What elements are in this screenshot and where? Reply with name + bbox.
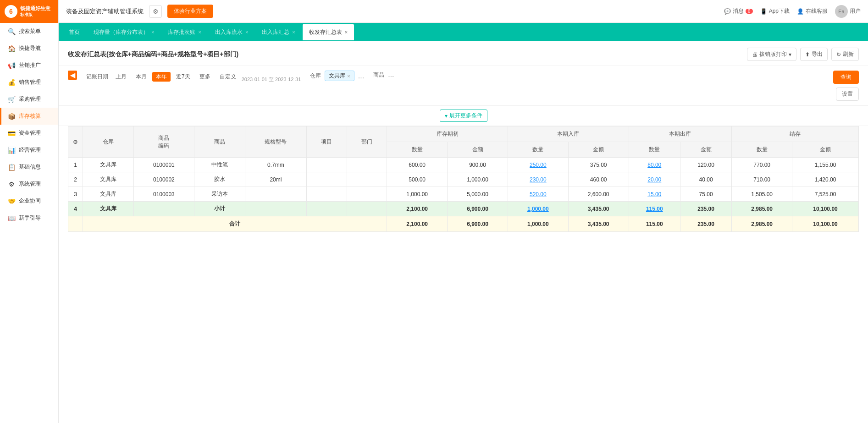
tab-home[interactable]: 首页 (62, 24, 86, 40)
cell-seq: 4 (68, 202, 83, 216)
cell-project (307, 172, 347, 187)
col-in-amt: 金额 (568, 142, 629, 158)
cell-out-amt: 120.00 (680, 158, 731, 172)
sidebar-item-operation[interactable]: 📊 经营管理 (0, 142, 58, 159)
cell-project (307, 187, 347, 202)
tab-close-in_out_summary[interactable]: × (292, 29, 295, 35)
col-goods-code-header: 商品编码 (133, 126, 194, 158)
cell-goods-name: 小计 (194, 202, 245, 216)
cell-in-qty[interactable]: 230.00 (508, 172, 568, 187)
sidebar-item-finance[interactable]: 💳 资金管理 (0, 125, 58, 142)
col-goods-name-header: 商品 (194, 126, 245, 158)
print-button[interactable]: 🖨 拨销版打印 ▾ (747, 48, 796, 61)
cell-out-qty[interactable]: 15.00 (629, 187, 680, 202)
warehouse-more[interactable]: ... (358, 72, 364, 80)
sidebar-item-guide[interactable]: 📖 新手引导 (0, 209, 58, 226)
col-opening-amt: 金额 (448, 142, 508, 158)
col-opening-qty: 数量 (387, 142, 448, 158)
sidebar-item-quick_nav[interactable]: 🏠 快捷导航 (0, 40, 58, 57)
date-shortcut-本月[interactable]: 本月 (132, 72, 150, 82)
cell-in-qty[interactable]: 250.00 (508, 158, 568, 172)
set-button[interactable]: 设置 (836, 88, 859, 101)
refresh-button[interactable]: ↻ 刷新 (831, 48, 859, 61)
date-shortcut-近7天[interactable]: 近7天 (172, 72, 194, 82)
sidebar-item-enterprise[interactable]: 🤝 企业协同 (0, 192, 58, 209)
user-avatar: Ea (835, 5, 848, 18)
finance-icon: 💳 (8, 130, 15, 137)
main-area: 装备及固定资产辅助管理系统 ⚙ 体验行业方案 💬 消息 6 📱 App下载 👤 … (59, 0, 868, 423)
cell-out-qty[interactable]: 20.00 (629, 172, 680, 187)
date-shortcut-本年[interactable]: 本年 (152, 72, 171, 82)
sidebar-item-marketing[interactable]: 📢 营销推广 (0, 57, 58, 74)
date-shortcuts: 上月本月本年近7天更多自定义2023-01-01 至 2023-12-31 (112, 71, 301, 83)
filter-expand-button[interactable]: ◀ (68, 71, 77, 80)
warehouse-tag-close[interactable]: × (347, 73, 350, 79)
cell-goods-spec: 0.7mm (245, 158, 306, 172)
sales-icon: 💰 (8, 79, 15, 86)
logo-line1: 畅捷通好生意 (20, 5, 50, 11)
col-closing-qty: 数量 (732, 142, 792, 158)
warehouse-filter-group: 仓库 文具库 × ... (310, 71, 364, 81)
cell-goods-code: 0100003 (133, 187, 194, 202)
tab-close-in_out_flow[interactable]: × (245, 29, 248, 35)
experience-button[interactable]: 体验行业方案 (167, 5, 213, 18)
tab-close-receive_send_summary[interactable]: × (345, 29, 348, 35)
sidebar: 6 畅捷通好生意 标准版 🔍 搜索菜单 🏠 快捷导航 📢 营销推广 💰 销售管理… (0, 0, 59, 423)
query-button[interactable]: 查询 (833, 71, 859, 84)
tab-inventory_distribution[interactable]: 现存量（库存分布表）× (87, 24, 160, 40)
tab-label-in_out_summary: 出入库汇总 (262, 28, 289, 36)
sidebar-item-sales[interactable]: 💰 销售管理 (0, 74, 58, 91)
filter-row-2: ▾ 展开更多条件 (59, 106, 868, 126)
date-shortcut-更多[interactable]: 更多 (196, 72, 214, 82)
app-download-item[interactable]: 📱 App下载 (760, 7, 790, 15)
message-item[interactable]: 💬 消息 6 (724, 7, 753, 15)
cell-out-qty[interactable]: 80.00 (629, 158, 680, 172)
tab-close-batch_ledger[interactable]: × (198, 29, 201, 35)
footer-closing-amt: 10,100.00 (792, 216, 859, 232)
tab-close-inventory_distribution[interactable]: × (151, 29, 154, 35)
cell-warehouse: 文具库 (83, 172, 134, 187)
export-button[interactable]: ⬆ 导出 (800, 48, 828, 61)
sidebar-item-basic_info[interactable]: 📋 基础信息 (0, 159, 58, 176)
page-title: 收发存汇总表(按仓库+商品编码+商品+规格型号+项目+部门) (68, 50, 238, 59)
sidebar-item-purchase[interactable]: 🛒 采购管理 (0, 91, 58, 108)
col-warehouse-header: 仓库 (83, 126, 134, 158)
tab-receive_send_summary[interactable]: 收发存汇总表× (303, 24, 354, 40)
header-right: 💬 消息 6 📱 App下载 👤 在线客服 Ea 用户 (724, 5, 861, 18)
warehouse-tag: 文具库 × (325, 71, 354, 81)
settings-button[interactable]: ⚙ (149, 5, 162, 18)
cell-out-qty[interactable]: 115.00 (629, 202, 680, 216)
col-closing-amt: 金额 (792, 142, 859, 158)
user-item[interactable]: Ea 用户 (835, 5, 861, 18)
sidebar-item-label-quick_nav: 快捷导航 (19, 44, 41, 52)
cell-opening-amt: 1,000.00 (448, 172, 508, 187)
tab-in_out_summary[interactable]: 出入库汇总× (255, 24, 301, 40)
table-container: ⚙ 仓库 商品编码 商品 规格型号 项目 部门 库存期初 本期入库 本期出库 结… (59, 126, 868, 423)
tab-batch_ledger[interactable]: 库存批次账× (161, 24, 207, 40)
date-shortcut-自定义[interactable]: 自定义 (216, 72, 240, 82)
sidebar-item-label-sales: 销售管理 (19, 78, 41, 86)
cell-in-amt: 3,435.00 (568, 202, 629, 216)
tab-in_out_flow[interactable]: 出入库流水× (209, 24, 254, 40)
col-out-amt: 金额 (680, 142, 731, 158)
table-settings-col[interactable]: ⚙ (68, 126, 83, 158)
date-filter-group: 记账日期 上月本月本年近7天更多自定义2023-01-01 至 2023-12-… (86, 71, 301, 83)
sidebar-item-search[interactable]: 🔍 搜索菜单 (0, 23, 58, 40)
basic_info-icon: 📋 (8, 164, 15, 171)
sidebar-item-label-marketing: 营销推广 (19, 61, 41, 69)
sidebar-item-inventory[interactable]: 📦 库存核算 (0, 108, 58, 125)
cell-department (347, 172, 387, 187)
expand-more-button[interactable]: ▾ 展开更多条件 (440, 110, 487, 122)
cell-in-qty[interactable]: 520.00 (508, 187, 568, 202)
page-header: 收发存汇总表(按仓库+商品编码+商品+规格型号+项目+部门) 🖨 拨销版打印 ▾… (59, 41, 868, 66)
app-download-label: App下载 (769, 7, 790, 15)
date-shortcut-上月[interactable]: 上月 (112, 72, 130, 82)
col-out-qty: 数量 (629, 142, 680, 158)
cell-project (307, 202, 347, 216)
online-service-item[interactable]: 👤 在线客服 (797, 7, 828, 15)
tab-label-receive_send_summary: 收发存汇总表 (309, 28, 342, 36)
cell-in-qty[interactable]: 1,000.00 (508, 202, 568, 216)
col-department-header: 部门 (347, 126, 387, 158)
goods-more[interactable]: ... (388, 71, 394, 79)
sidebar-item-system[interactable]: ⚙ 系统管理 (0, 176, 58, 192)
